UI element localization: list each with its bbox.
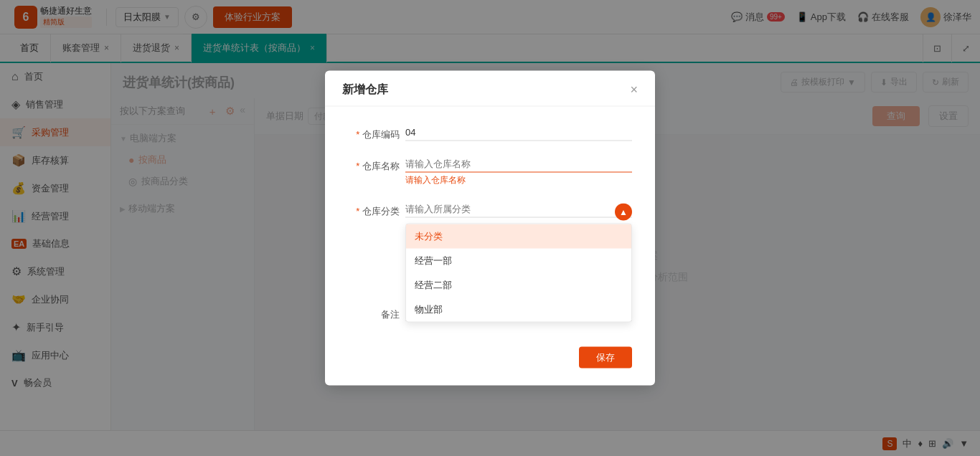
required-star-cat: * — [356, 206, 359, 217]
new-warehouse-modal: 新增仓库 × * 仓库编码 * 仓库名称 请输入仓库名称 — [325, 71, 655, 386]
dropdown-item-ops1[interactable]: 经营一部 — [406, 249, 631, 273]
dropdown-item-uncategorized[interactable]: 未分类 — [406, 224, 631, 249]
category-input[interactable] — [405, 201, 632, 218]
notes-label: 备注 — [348, 304, 405, 321]
name-error-msg: 请输入仓库名称 — [405, 174, 632, 186]
chevron-up-icon: ▲ — [619, 207, 628, 217]
dropdown-item-ops2[interactable]: 经营二部 — [406, 273, 631, 298]
modal-header: 新增仓库 × — [325, 71, 655, 107]
form-row-category: * 仓库分类 ▲ 未分类 经营一部 经营二部 物业部 — [348, 201, 632, 218]
name-control-wrap: 请输入仓库名称 — [405, 156, 632, 186]
code-input[interactable] — [405, 124, 632, 141]
category-dropdown-list: 未分类 经营一部 经营二部 物业部 — [405, 224, 632, 323]
code-control-wrap — [405, 124, 632, 141]
required-star: * — [356, 129, 359, 140]
form-row-code: * 仓库编码 — [348, 124, 632, 141]
modal-title: 新增仓库 — [342, 82, 388, 98]
name-input[interactable] — [405, 156, 632, 173]
modal-footer: 保存 — [325, 347, 655, 369]
code-label: * 仓库编码 — [348, 124, 405, 141]
category-control-wrap: ▲ 未分类 经营一部 经营二部 物业部 — [405, 201, 632, 218]
required-star-name: * — [356, 161, 359, 171]
modal-body: * 仓库编码 * 仓库名称 请输入仓库名称 * 仓库分类 — [325, 107, 655, 341]
name-label: * 仓库名称 — [348, 156, 405, 173]
category-dropdown-btn[interactable]: ▲ — [615, 204, 632, 221]
modal-close-button[interactable]: × — [630, 82, 638, 98]
category-select-wrap: ▲ — [405, 201, 632, 218]
category-label: * 仓库分类 — [348, 201, 405, 218]
form-row-name: * 仓库名称 请输入仓库名称 — [348, 156, 632, 186]
save-button[interactable]: 保存 — [579, 347, 632, 369]
dropdown-item-property[interactable]: 物业部 — [406, 298, 631, 322]
